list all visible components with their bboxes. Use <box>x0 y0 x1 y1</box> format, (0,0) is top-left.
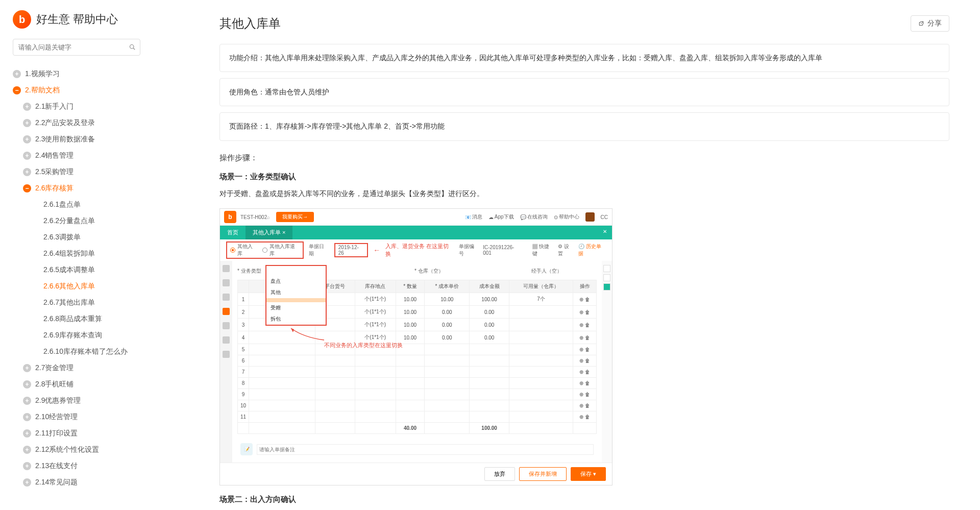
ss-tool-settings: 设置 <box>558 244 569 256</box>
info-role: 使用角色：通常由仓管人员维护 <box>219 78 949 106</box>
ss-footer: 放弃 保存并新增 保存 ▾ <box>220 463 612 485</box>
sidebar: b 好生意 帮助中心 +1.视频学习 −2.帮助文档 +2.1新手入门 +2.2… <box>0 0 153 510</box>
ss-buy-button: 我要购买→ <box>276 212 314 222</box>
ss-dd-item-selected <box>266 298 326 302</box>
ss-dropdown-list: 盘点 其他 受赠 拆包 <box>265 276 327 326</box>
ss-rail-icon-active <box>223 308 230 315</box>
ss-right-tool-icon <box>603 283 610 290</box>
ss-app-logo-icon: b <box>224 211 236 223</box>
nav-leaf-2-6-5[interactable]: 2.6.5成本调整单 <box>13 262 140 278</box>
intro-label: 功能介绍： <box>229 54 265 62</box>
ss-arrow-icon: ← <box>373 246 380 254</box>
ss-th: * 成本单价 <box>425 280 470 293</box>
ss-right-tool-icon <box>603 274 610 281</box>
ss-annotation-1: 入库、退货业务 在这里切换 <box>385 242 453 258</box>
ss-avatar-icon <box>585 212 595 222</box>
ss-date-label: 单据日期 <box>309 243 329 257</box>
ss-company: TEST-H002 <box>240 214 267 220</box>
nav-item-2-13[interactable]: +2.13在线支付 <box>13 458 140 474</box>
main-content: 其他入库单 分享 功能介绍：其他入库单用来处理除采购入库、产成品入库之外的其他入… <box>153 0 980 510</box>
nav-leaf-2-6-4[interactable]: 2.6.4组装拆卸单 <box>13 246 140 262</box>
nav-leaf-2-6-7[interactable]: 2.6.7其他出库单 <box>13 295 140 311</box>
ss-doc-label: 单据编号 <box>459 243 479 257</box>
nav-item-2-5[interactable]: +2.5采购管理 <box>13 164 140 180</box>
ss-search-icon: ⌕ <box>267 214 270 220</box>
nav-item-2-1[interactable]: +2.1新手入门 <box>13 99 140 115</box>
ss-doc-value: IC-20191226-001 <box>483 245 522 256</box>
ss-th: 库存地点 <box>355 280 396 293</box>
share-button[interactable]: 分享 <box>911 15 949 32</box>
ss-remark-icon: 📝 <box>240 443 253 455</box>
nav-item-2-3[interactable]: +2.3使用前数据准备 <box>13 131 140 148</box>
nav-leaf-2-6-8[interactable]: 2.6.8商品成本重算 <box>13 311 140 327</box>
ss-arrow-2-icon <box>288 327 329 343</box>
ss-remark-row: 📝 <box>237 440 597 458</box>
nav-leaf-2-6-2[interactable]: 2.6.2分量盘点单 <box>13 213 140 229</box>
steps-label: 操作步骤： <box>219 153 949 163</box>
ss-th: 成本金额 <box>470 280 509 293</box>
nav-list: +1.视频学习 −2.帮助文档 +2.1新手入门 +2.2产品安装及登录 +2.… <box>13 66 140 491</box>
ss-link-msg: 📧 消息 <box>465 212 482 222</box>
table-row: 7⊕ 🗑 <box>238 367 597 378</box>
nav-leaf-2-6-9[interactable]: 2.6.9库存账本查询 <box>13 327 140 344</box>
embedded-screenshot: b TEST-H002 ⌕ 我要购买→ 📧 消息 ☁ App下载 💬 在线咨询 … <box>219 208 612 485</box>
nav-item-2-4[interactable]: +2.4销售管理 <box>13 148 140 164</box>
ss-username: CC <box>601 212 608 222</box>
nav-item-2-11[interactable]: +2.11打印设置 <box>13 425 140 442</box>
table-row: 10⊕ 🗑 <box>238 400 597 411</box>
ss-topbar: b TEST-H002 ⌕ 我要购买→ 📧 消息 ☁ App下载 💬 在线咨询 … <box>220 209 612 226</box>
ss-dd-item: 受赠 <box>266 302 326 313</box>
ss-warehouse-label: * 仓库（空） <box>414 268 444 275</box>
nav-item-2-12[interactable]: +2.12系统个性化设置 <box>13 442 140 458</box>
page-header: 其他入库单 分享 <box>219 15 949 32</box>
nav-item-2-8[interactable]: +2.8手机旺铺 <box>13 376 140 393</box>
nav-leaf-2-6-6[interactable]: 2.6.6其他入库单 <box>13 278 140 295</box>
nav-item-video[interactable]: +1.视频学习 <box>13 66 140 82</box>
ss-annotation-2: 不同业务的入库类型在这里切换 <box>324 342 403 349</box>
ss-dd-item: 拆包 <box>266 313 326 325</box>
nav-item-2-14[interactable]: +2.14常见问题 <box>13 474 140 491</box>
search-icon[interactable] <box>129 43 135 52</box>
table-row: 6⊕ 🗑 <box>238 355 597 367</box>
nav-leaf-2-6-1[interactable]: 2.6.1盘点单 <box>13 197 140 213</box>
ss-rail-icon <box>223 351 230 358</box>
ss-radio-in: 其他入库 <box>230 243 257 257</box>
nav-item-2-6[interactable]: −2.6库存核算 <box>13 180 140 197</box>
logo: b 好生意 帮助中心 <box>13 10 140 29</box>
ss-form-row: * 业务类型 盘点 其他 受赠 拆包 <box>237 265 597 277</box>
ss-link-help: ⊙ 帮助中心 <box>554 212 579 222</box>
table-row: 11⊕ 🗑 <box>238 411 597 423</box>
ss-cancel-button: 放弃 <box>484 467 515 481</box>
nav-leaf-2-6-3[interactable]: 2.6.3调拨单 <box>13 229 140 246</box>
ss-date-value: 2019-12-26 <box>334 243 369 257</box>
ss-rail-icon <box>223 279 230 286</box>
ss-tool-history: 历史单据 <box>578 244 601 256</box>
logo-text: 好生意 帮助中心 <box>36 12 118 27</box>
ss-radio-group: 其他入库 其他入库退库 <box>226 241 304 259</box>
ss-tabs: 首页 其他入库单 × ✕ <box>220 226 612 239</box>
nav-leaf-2-6-10[interactable]: 2.6.10库存账本错了怎么办 <box>13 344 140 360</box>
nav-item-2-9[interactable]: +2.9优惠券管理 <box>13 393 140 409</box>
nav-item-docs[interactable]: −2.帮助文档 <box>13 82 140 99</box>
svg-line-1 <box>133 48 135 50</box>
path-label: 页面路径： <box>229 122 265 130</box>
nav-item-2-10[interactable]: +2.10经营管理 <box>13 409 140 425</box>
scene2-title: 场景二：出入方向确认 <box>219 495 949 504</box>
ss-biztype-label: * 业务类型 <box>237 268 261 275</box>
ss-tab-close-icon: ✕ <box>598 226 612 239</box>
ss-tab-active: 其他入库单 × <box>246 226 292 239</box>
scene1-desc: 对于受赠、盘盈或是拆装入库等不同的业务，是通过单据头【业务类型】进行区分。 <box>219 187 949 201</box>
logo-icon: b <box>13 10 31 29</box>
ss-th: 可用量（仓库） <box>509 280 573 293</box>
ss-rail-icon <box>223 322 230 329</box>
ss-rail-icon <box>223 336 230 344</box>
ss-save-button: 保存 ▾ <box>571 467 606 481</box>
ss-dd-item: 盘点 <box>266 276 326 287</box>
share-icon <box>918 20 924 27</box>
nav-item-2-7[interactable]: +2.7资金管理 <box>13 360 140 376</box>
ss-th: 操作 <box>573 280 597 293</box>
nav-item-2-2[interactable]: +2.2产品安装及登录 <box>13 115 140 131</box>
svg-point-0 <box>130 44 134 48</box>
search-input[interactable] <box>13 39 140 56</box>
ss-rail-icon <box>223 294 230 301</box>
